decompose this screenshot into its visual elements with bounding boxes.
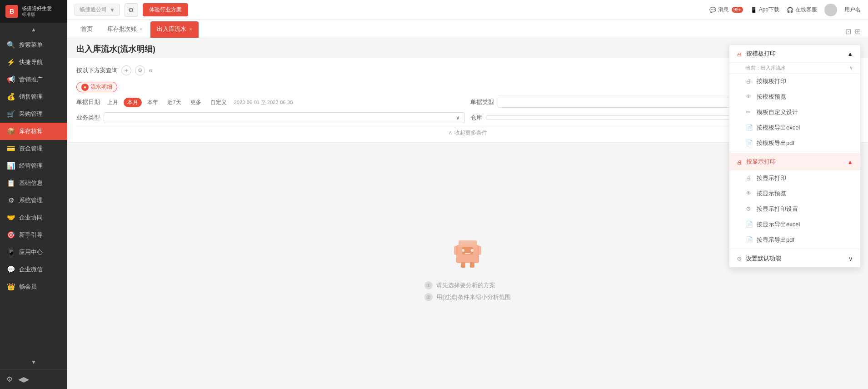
dropdown-item-preview[interactable]: 👁 按模板预览 bbox=[729, 89, 860, 105]
tab-home[interactable]: 首页 bbox=[75, 21, 99, 38]
company-selector[interactable]: 畅捷通公司 ▼ bbox=[75, 4, 120, 16]
date-option-custom[interactable]: 自定义 bbox=[207, 98, 230, 107]
collapse-more-button[interactable]: ∧ 收起更多条件 bbox=[448, 130, 487, 136]
set-default-icon: ⚙ bbox=[737, 255, 742, 262]
display-excel-icon: 📄 bbox=[746, 221, 753, 228]
display-settings-icon: ⚙ bbox=[746, 205, 753, 213]
message-button[interactable]: 💬 消息 99+ bbox=[709, 6, 743, 14]
date-option-7days[interactable]: 近7天 bbox=[164, 98, 185, 107]
dropdown-display-pdf[interactable]: 📄 按显示导出pdf bbox=[729, 232, 860, 248]
dropdown-item-print[interactable]: 🖨 按模板打印 bbox=[729, 74, 860, 89]
tab-home-label: 首页 bbox=[81, 25, 93, 33]
sidebar-item-purchase[interactable]: 🛒 采购管理 bbox=[0, 105, 67, 123]
sidebar-item-enterprise[interactable]: 🤝 企业协同 bbox=[0, 209, 67, 226]
sidebar-item-guide-label: 新手引导 bbox=[19, 231, 43, 239]
dropdown-item-excel-label: 按模板导出excel bbox=[757, 124, 800, 132]
filter-collapse-button[interactable]: « bbox=[149, 66, 153, 75]
restore-icon[interactable]: ⊡ bbox=[845, 27, 851, 36]
headset-icon: 🎧 bbox=[787, 7, 793, 13]
logo-sub: 标准版 bbox=[22, 11, 52, 18]
sales-icon: 💰 bbox=[6, 93, 15, 101]
dropdown-item-pdf-label: 按模板导出pdf bbox=[757, 139, 794, 147]
sidebar-item-wechat[interactable]: 💬 企业微信 bbox=[0, 261, 67, 278]
dropdown-close-arrow[interactable]: ▲ bbox=[847, 50, 853, 57]
user-avatar[interactable] bbox=[824, 4, 837, 16]
sidebar-item-marketing[interactable]: 📢 营销推广 bbox=[0, 71, 67, 88]
sidebar-item-wechat-label: 企业微信 bbox=[19, 265, 43, 274]
sidebar-item-shortcut-label: 快捷导航 bbox=[19, 58, 43, 66]
collapse-sidebar-icon[interactable]: ◀▶ bbox=[18, 375, 29, 384]
inventory-icon: 📦 bbox=[6, 127, 15, 135]
dropdown-set-default[interactable]: ⚙ 设置默认功能 ∨ bbox=[729, 250, 860, 267]
dropdown-display-preview[interactable]: 👁 按显示预览 bbox=[729, 186, 860, 201]
apps-icon: 📱 bbox=[6, 248, 15, 256]
scroll-down-arrow[interactable]: ▼ bbox=[31, 357, 36, 367]
filter-add-button[interactable]: + bbox=[121, 65, 131, 75]
message-badge: 99+ bbox=[732, 7, 743, 13]
dropdown-display-excel[interactable]: 📄 按显示导出excel bbox=[729, 217, 860, 232]
date-option-this-year[interactable]: 本年 bbox=[144, 98, 162, 107]
sidebar-item-shortcut[interactable]: ⚡ 快捷导航 bbox=[0, 54, 67, 71]
date-option-last-month[interactable]: 上月 bbox=[104, 98, 122, 107]
dropdown-item-pdf[interactable]: 📄 按模板导出pdf bbox=[729, 135, 860, 151]
settings-icon: ⚙ bbox=[138, 67, 143, 74]
page-title: 出入库流水(流水明细) bbox=[76, 44, 155, 55]
online-service-button[interactable]: 🎧 在线客服 bbox=[787, 6, 817, 14]
dropdown-item-design-label: 模板自定义设计 bbox=[757, 108, 798, 116]
dropdown-display-arrow[interactable]: ▲ bbox=[847, 159, 853, 165]
filter-settings-button[interactable]: ⚙ bbox=[135, 65, 145, 75]
maximize-icon[interactable]: ⊞ bbox=[855, 27, 861, 36]
logo-text: 畅捷通好生意 bbox=[22, 5, 52, 11]
dropdown-display-section[interactable]: 🖨 按显示打印 ▲ bbox=[729, 153, 860, 170]
tab-batch[interactable]: 库存批次账 × bbox=[101, 21, 149, 38]
system-icon: ⚙ bbox=[6, 196, 15, 204]
sidebar-item-apps[interactable]: 📱 应用中心 bbox=[0, 244, 67, 261]
display-print-icon: 🖨 bbox=[746, 175, 753, 182]
sidebar-item-system-label: 系统管理 bbox=[19, 196, 43, 204]
dropdown-display-settings[interactable]: ⚙ 按显示打印设置 bbox=[729, 201, 860, 217]
flow-tag[interactable]: ● 流水明细 bbox=[76, 82, 117, 92]
settings-bottom-icon[interactable]: ⚙ bbox=[6, 375, 13, 384]
sidebar-item-basic[interactable]: 📋 基础信息 bbox=[0, 175, 67, 192]
empty-illustration bbox=[445, 227, 490, 272]
date-label: 单据日期 bbox=[76, 98, 100, 106]
app-download-button[interactable]: 📱 App下载 bbox=[750, 6, 779, 14]
dropdown-divider-2 bbox=[729, 249, 860, 249]
sidebar-item-search[interactable]: 🔍 搜索菜单 bbox=[0, 36, 67, 54]
step-1-text: 请先选择要分析的方案 bbox=[436, 281, 495, 289]
business-select[interactable]: ∨ bbox=[104, 112, 465, 123]
header-right: 💬 消息 99+ 📱 App下载 🎧 在线客服 用户名 bbox=[709, 4, 861, 16]
message-label: 消息 bbox=[718, 6, 729, 14]
sidebar-item-guide[interactable]: 🎯 新手引导 bbox=[0, 226, 67, 244]
collapse-icon: « bbox=[149, 66, 153, 74]
sidebar-item-sales[interactable]: 💰 销售管理 bbox=[0, 88, 67, 105]
sidebar-item-inventory[interactable]: 📦 库存核算 bbox=[0, 123, 67, 140]
dropdown-header[interactable]: 🖨 按模板打印 ▲ bbox=[729, 45, 860, 63]
tab-batch-close[interactable]: × bbox=[140, 26, 142, 32]
date-option-more[interactable]: 更多 bbox=[187, 98, 205, 107]
tab-flow-close[interactable]: × bbox=[189, 26, 192, 32]
tab-flow[interactable]: 出入库流水 × bbox=[150, 21, 198, 38]
sidebar-item-sales-label: 销售管理 bbox=[19, 93, 43, 101]
gear-button[interactable]: ⚙ bbox=[125, 3, 138, 17]
set-default-arrow[interactable]: ∨ bbox=[848, 255, 853, 262]
basic-icon: 📋 bbox=[6, 179, 15, 187]
item-print-icon: 🖨 bbox=[746, 78, 753, 85]
dropdown-display-print[interactable]: 🖨 按显示打印 bbox=[729, 170, 860, 186]
dropdown-current-arrow[interactable]: ∨ bbox=[849, 65, 853, 71]
scroll-up-arrow[interactable]: ▲ bbox=[31, 25, 36, 35]
sidebar-item-system[interactable]: ⚙ 系统管理 bbox=[0, 192, 67, 209]
sidebar-item-member[interactable]: 👑 畅会员 bbox=[0, 278, 67, 295]
dropdown-item-design[interactable]: ✏ 模板自定义设计 bbox=[729, 105, 860, 120]
tab-restore: ⊡ ⊞ bbox=[845, 27, 861, 38]
step-1-number: ① bbox=[424, 281, 433, 289]
trial-button[interactable]: 体验行业方案 bbox=[143, 3, 188, 16]
finance-icon: 💳 bbox=[6, 145, 15, 153]
display-pdf-icon: 📄 bbox=[746, 236, 753, 244]
guide-icon: 🎯 bbox=[6, 231, 15, 239]
dropdown-display-excel-label: 按显示导出excel bbox=[757, 220, 800, 229]
dropdown-item-excel[interactable]: 📄 按模板导出excel bbox=[729, 120, 860, 135]
sidebar-item-finance[interactable]: 💳 资金管理 bbox=[0, 140, 67, 157]
date-option-this-month[interactable]: 本月 bbox=[124, 98, 142, 107]
sidebar-item-operations[interactable]: 📊 经营管理 bbox=[0, 157, 67, 175]
